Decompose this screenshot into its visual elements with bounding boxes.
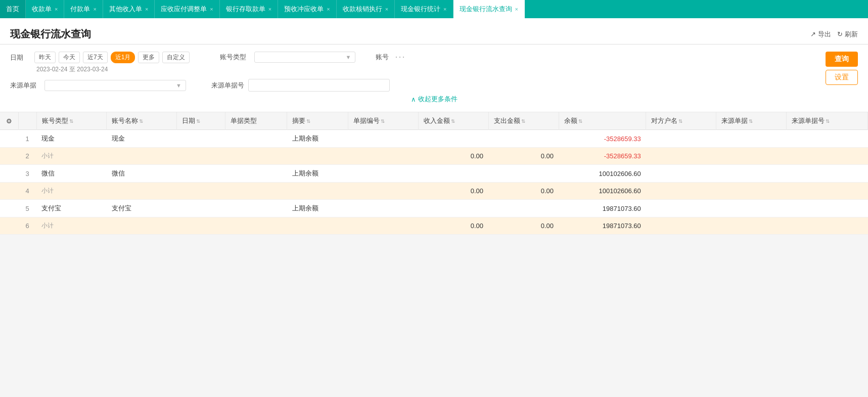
row-source-doc-num — [787, 183, 868, 200]
sort-icon[interactable]: ⇅ — [69, 118, 73, 124]
row-number: 6 — [18, 217, 36, 235]
date-today[interactable]: 今天 — [59, 52, 80, 63]
settings-button[interactable]: 设置 — [826, 70, 858, 85]
row-source-doc-num — [787, 217, 868, 235]
row-source-doc-num — [787, 165, 868, 183]
gear-icon[interactable]: ⚙ — [6, 117, 12, 125]
table-row: 5 支付宝 支付宝 上期余额 19871073.60 — [0, 200, 868, 217]
sort-icon[interactable]: ⇅ — [578, 118, 582, 124]
income-column-header: 收入金额⇅ — [418, 112, 488, 130]
row-doc-num — [348, 130, 418, 148]
close-icon[interactable]: × — [55, 6, 58, 12]
close-icon[interactable]: × — [210, 6, 213, 12]
nav-other-income[interactable]: 其他收入单 × — [103, 0, 155, 18]
row-account-type: 支付宝 — [36, 200, 107, 217]
row-source-doc-num — [787, 148, 868, 165]
collapse-bar[interactable]: ∧ 收起更多条件 — [10, 92, 858, 105]
sort-icon[interactable]: ⇅ — [521, 118, 525, 124]
row-summary: 上期余额 — [287, 200, 348, 217]
row-account-type: 小计 — [36, 217, 107, 235]
row-number: 4 — [18, 183, 36, 200]
nav-payment[interactable]: 付款单 × — [64, 0, 103, 18]
balance-column-header: 余额⇅ — [559, 112, 646, 130]
date-yesterday[interactable]: 昨天 — [34, 52, 56, 63]
sort-icon[interactable]: ⇅ — [381, 118, 385, 124]
export-button[interactable]: ↗ 导出 — [810, 30, 831, 39]
row-date — [177, 165, 225, 183]
row-counterpart — [646, 130, 716, 148]
row-source-doc — [716, 183, 787, 200]
row-doc-num — [348, 148, 418, 165]
row-counterpart — [646, 165, 716, 183]
data-table: ⚙ 账号类型⇅ 账号名称⇅ 日期⇅ 单据类型 摘要⇅ 单据编号⇅ — [0, 112, 868, 235]
table-row: 4 小计 0.00 0.00 100102606.60 — [0, 183, 868, 200]
query-button[interactable]: 查询 — [826, 52, 858, 67]
row-doc-num — [348, 165, 418, 183]
row-summary: 上期余额 — [287, 130, 348, 148]
nav-bank-flow[interactable]: 现金银行流水查询 × — [453, 0, 525, 18]
nav-bank-deposit[interactable]: 银行存取款单 × — [220, 0, 278, 18]
nav-adjustment[interactable]: 应收应付调整单 × — [155, 0, 219, 18]
source-doc-label: 来源单据 — [10, 81, 40, 90]
source-doc-num-column-header: 来源单据号⇅ — [787, 112, 868, 130]
row-settings — [0, 165, 18, 183]
close-icon[interactable]: × — [385, 6, 388, 12]
expense-column-header: 支出金额⇅ — [488, 112, 559, 130]
close-icon[interactable]: × — [443, 6, 446, 12]
doc-num-column-header: 单据编号⇅ — [348, 112, 418, 130]
counterpart-column-header: 对方户名⇅ — [646, 112, 716, 130]
sort-icon[interactable]: ⇅ — [678, 118, 682, 124]
date-range: 2023-02-24 至 2023-03-24 — [36, 66, 108, 73]
row-balance: 100102606.60 — [559, 165, 646, 183]
query-buttons: 查询 设置 — [826, 52, 858, 85]
row-account-name: 微信 — [107, 165, 177, 183]
sort-icon[interactable]: ⇅ — [826, 118, 830, 124]
row-source-doc — [716, 165, 787, 183]
row-account-name: 现金 — [107, 130, 177, 148]
nav-advance[interactable]: 预收冲应收单 × — [278, 0, 336, 18]
sort-icon[interactable]: ⇅ — [749, 118, 753, 124]
nav-receipt[interactable]: 收款单 × — [26, 0, 64, 18]
refresh-button[interactable]: ↻ 刷新 — [837, 30, 858, 39]
chevron-down-icon: ▼ — [176, 82, 181, 89]
row-expense — [488, 200, 559, 217]
date-1month[interactable]: 近1月 — [111, 52, 135, 63]
row-doc-type — [225, 217, 287, 235]
row-source-doc — [716, 130, 787, 148]
date-custom[interactable]: 自定义 — [162, 52, 190, 63]
source-filter-row: 来源单据 ▼ 来源单据号 — [10, 79, 810, 92]
date-more[interactable]: 更多 — [138, 52, 159, 63]
row-balance: -3528659.33 — [559, 130, 646, 148]
row-date — [177, 183, 225, 200]
row-doc-num — [348, 200, 418, 217]
sort-icon[interactable]: ⇅ — [139, 118, 143, 124]
sort-icon[interactable]: ⇅ — [451, 118, 455, 124]
source-doc-select[interactable]: ▼ — [44, 80, 186, 91]
close-icon[interactable]: × — [268, 6, 271, 12]
nav-home[interactable]: 首页 — [0, 0, 26, 18]
table-row: 6 小计 0.00 0.00 19871073.60 — [0, 217, 868, 235]
source-doc-num-input[interactable] — [248, 79, 390, 92]
row-doc-type — [225, 130, 287, 148]
date-7days[interactable]: 近7天 — [83, 52, 108, 63]
collapse-icon: ∧ — [411, 96, 416, 103]
account-type-select[interactable]: ▼ — [254, 52, 355, 63]
close-icon[interactable]: × — [93, 6, 96, 12]
close-icon[interactable]: × — [327, 6, 330, 12]
num-column-header — [18, 112, 36, 130]
row-source-doc — [716, 200, 787, 217]
row-source-doc — [716, 217, 787, 235]
nav-verification[interactable]: 收款核销执行 × — [337, 0, 395, 18]
sort-icon[interactable]: ⇅ — [196, 118, 200, 124]
row-account-type: 小计 — [36, 148, 107, 165]
more-options-button[interactable]: ··· — [395, 52, 405, 62]
sort-icon[interactable]: ⇅ — [306, 118, 310, 124]
nav-bank-stats[interactable]: 现金银行统计 × — [395, 0, 453, 18]
account-type-column-header: 账号类型⇅ — [36, 112, 107, 130]
row-number: 2 — [18, 148, 36, 165]
row-expense: 0.00 — [488, 148, 559, 165]
close-icon[interactable]: × — [515, 6, 518, 12]
row-account-name — [107, 217, 177, 235]
close-icon[interactable]: × — [145, 6, 148, 12]
row-expense: 0.00 — [488, 217, 559, 235]
